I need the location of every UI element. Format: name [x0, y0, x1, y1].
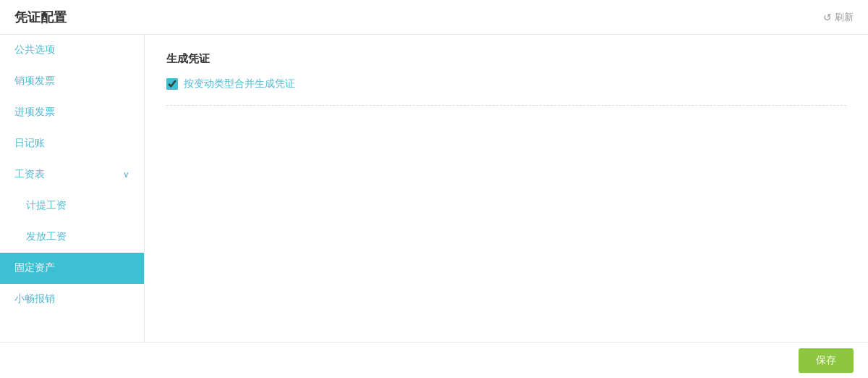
- merge-by-type-label[interactable]: 按变动类型合并生成凭证: [184, 77, 295, 91]
- sidebar-item-expense-reimburse[interactable]: 小畅报销: [0, 284, 144, 315]
- sidebar-item-sales-invoice[interactable]: 销项发票: [0, 66, 144, 97]
- sidebar-item-label-fixed-assets: 固定资产: [14, 261, 129, 274]
- main-layout: 公共选项销项发票进项发票日记账工资表∨计提工资发放工资固定资产小畅报销 生成凭证…: [0, 35, 868, 342]
- sidebar-item-label-payroll-issue: 发放工资: [26, 230, 129, 243]
- page-container: 凭证配置 ↺ 刷新 公共选项销项发票进项发票日记账工资表∨计提工资发放工资固定资…: [0, 0, 868, 378]
- sidebar-item-label-sales-invoice: 销项发票: [14, 75, 129, 88]
- merge-by-type-checkbox[interactable]: [166, 78, 178, 90]
- sidebar-item-label-payroll-table: 工资表: [14, 168, 123, 181]
- sidebar-item-payroll-table[interactable]: 工资表∨: [0, 159, 144, 190]
- sidebar-item-public-options[interactable]: 公共选项: [0, 35, 144, 66]
- content-area: 生成凭证 按变动类型合并生成凭证: [145, 35, 868, 342]
- section-divider: [166, 105, 846, 106]
- sidebar-item-payroll-issue[interactable]: 发放工资: [0, 222, 144, 253]
- refresh-button[interactable]: ↺ 刷新: [823, 11, 854, 24]
- chevron-down-icon: ∨: [123, 169, 129, 180]
- page-header: 凭证配置 ↺ 刷新: [0, 0, 868, 35]
- sidebar-item-payroll-calc[interactable]: 计提工资: [0, 190, 144, 222]
- sidebar-item-fixed-assets[interactable]: 固定资产: [0, 253, 144, 284]
- section-title: 生成凭证: [166, 52, 846, 66]
- checkbox-row: 按变动类型合并生成凭证: [166, 77, 846, 91]
- sidebar-item-label-journal: 日记账: [14, 137, 129, 150]
- refresh-icon: ↺: [823, 12, 832, 23]
- refresh-label: 刷新: [835, 11, 854, 24]
- sidebar-item-label-payroll-calc: 计提工资: [26, 199, 129, 212]
- sidebar-item-journal[interactable]: 日记账: [0, 128, 144, 159]
- save-button[interactable]: 保存: [799, 348, 854, 373]
- page-title: 凭证配置: [14, 9, 67, 26]
- sidebar: 公共选项销项发票进项发票日记账工资表∨计提工资发放工资固定资产小畅报销: [0, 35, 145, 342]
- sidebar-item-label-public-options: 公共选项: [14, 43, 129, 56]
- sidebar-item-purchase-invoice[interactable]: 进项发票: [0, 97, 144, 128]
- page-footer: 保存: [0, 342, 868, 378]
- sidebar-item-label-expense-reimburse: 小畅报销: [14, 293, 129, 306]
- sidebar-item-label-purchase-invoice: 进项发票: [14, 106, 129, 119]
